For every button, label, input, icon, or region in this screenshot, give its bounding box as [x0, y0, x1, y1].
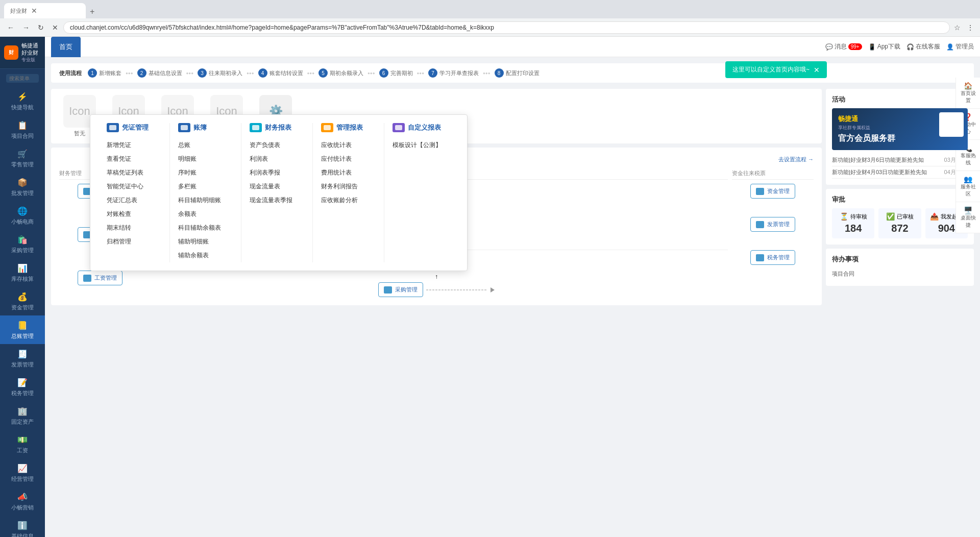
- menu-archive[interactable]: 归档管理: [107, 235, 161, 249]
- sidebar-item-tax[interactable]: 📝 税务管理: [0, 373, 45, 401]
- menu-reconcile[interactable]: 对账检查: [107, 207, 161, 221]
- step-8[interactable]: 8 配置打印设置: [495, 68, 540, 78]
- menu-balance-table[interactable]: 余额表: [178, 207, 233, 221]
- menu-payable-stats[interactable]: 应付统计表: [321, 152, 376, 166]
- service-community-btn[interactable]: 👥 服务社区: [956, 171, 980, 202]
- flow-box-payroll[interactable]: 工资管理: [78, 271, 122, 285]
- goto-flow-btn[interactable]: 去设置流程 →: [778, 156, 814, 163]
- back-btn[interactable]: ←: [4, 21, 17, 34]
- approval-stat-pending[interactable]: ⏳ 待审核 184: [832, 208, 874, 238]
- browser-bookmark-btn[interactable]: ☆: [952, 21, 963, 34]
- menu-view-voucher[interactable]: 查看凭证: [107, 152, 161, 166]
- menu-period-end[interactable]: 期末结转: [107, 221, 161, 235]
- header-right: 💬 消息 99+ 📱 App下载 🎧 在线客服 👤 管理员: [825, 42, 974, 51]
- news-text-1: 新功能|好业财3月6日功能更新抢先知: [832, 156, 924, 164]
- menu-aux-detail[interactable]: 辅助明细账: [178, 235, 233, 249]
- step-5[interactable]: 5 期初余额录入: [318, 68, 363, 78]
- ledger-title: 账簿: [193, 123, 207, 132]
- address-bar[interactable]: [63, 21, 950, 34]
- sidebar-item-search[interactable]: [0, 69, 45, 87]
- step-4-num: 4: [258, 68, 267, 78]
- browser-tab[interactable]: 好业财 ✕: [4, 3, 86, 18]
- news-list: 新功能|好业财3月6日功能更新抢先知 03月06日 新功能|好业财4月03日功能…: [832, 154, 968, 179]
- step-2[interactable]: 2 基础信息设置: [137, 68, 182, 78]
- todo-item-project[interactable]: 项目合同: [832, 268, 968, 280]
- sidebar-item-finance-label: 资金管理: [11, 304, 34, 311]
- menu-general-ledger[interactable]: 总账: [178, 138, 233, 152]
- step-1[interactable]: 1 新增账套: [88, 68, 121, 78]
- approval-stat-done[interactable]: ✅ 已审核 872: [878, 208, 921, 238]
- step-7[interactable]: 7 学习开单查报表: [428, 68, 479, 78]
- menu-draft-voucher[interactable]: 草稿凭证列表: [107, 166, 161, 180]
- menu-expense-stats[interactable]: 费用统计表: [321, 166, 376, 180]
- menu-sequence-ledger[interactable]: 序时账: [178, 166, 233, 180]
- sidebar-item-retail[interactable]: 🛒 零售管理: [0, 144, 45, 173]
- menu-multi-col-ledger[interactable]: 多栏账: [178, 180, 233, 193]
- financial-section-header: 财务报表: [250, 123, 304, 132]
- sidebar-item-basic[interactable]: ℹ️ 基础信息: [0, 516, 45, 537]
- menu-new-voucher[interactable]: 新增凭证: [107, 138, 161, 152]
- browser-menu-btn[interactable]: ⋮: [965, 21, 976, 34]
- app-download-btn[interactable]: 📱 App下载: [868, 42, 900, 51]
- news-item-2[interactable]: 新功能|好业财4月03日功能更新抢先知 04月03日: [832, 166, 968, 179]
- menu-balance-sheet[interactable]: 资产负债表: [250, 138, 304, 152]
- sidebar-item-ops[interactable]: 📈 经营管理: [0, 458, 45, 487]
- tab-close-btn[interactable]: ✕: [31, 7, 37, 15]
- flow-box-purchase[interactable]: 采购管理: [378, 282, 423, 297]
- sidebar-item-wholesale[interactable]: 📦 批发管理: [0, 173, 45, 201]
- approval-title: 审批: [832, 195, 968, 204]
- menu-voucher-summary[interactable]: 凭证汇总表: [107, 193, 161, 207]
- sidebar-item-ecommerce[interactable]: 🌐 小畅电商: [0, 201, 45, 230]
- menu-subject-balance[interactable]: 科目辅助余额表: [178, 221, 233, 235]
- menu-profit-report[interactable]: 财务利润报告: [321, 180, 376, 193]
- sidebar-item-finance[interactable]: 💰 资金管理: [0, 287, 45, 315]
- sidebar-item-marketing[interactable]: 📣 小畅营销: [0, 487, 45, 516]
- financial-title: 财务报表: [265, 123, 291, 132]
- sidebar-item-assets[interactable]: 🏢 固定资产: [0, 401, 45, 430]
- sidebar-item-accounting[interactable]: 📒 总账管理: [0, 315, 45, 344]
- menu-ar-aging[interactable]: 应收账龄分析: [321, 193, 376, 207]
- home-tab[interactable]: 首页: [51, 37, 81, 57]
- sidebar-item-purchase[interactable]: 🛍️ 采购管理: [0, 230, 45, 258]
- menu-receivable-stats[interactable]: 应收统计表: [321, 138, 376, 152]
- forward-btn[interactable]: →: [19, 21, 33, 34]
- flow-box-tax-mgmt[interactable]: 税务管理: [750, 250, 795, 265]
- notify-close-btn[interactable]: ✕: [814, 66, 820, 74]
- dropdown-section-ledger: 账簿 总账 明细账 序时账 多栏账 科目辅助明细账 余额表 科目辅助余额表 辅助…: [170, 123, 241, 262]
- step-6[interactable]: 6 完善期初: [379, 68, 413, 78]
- sidebar-item-invoice[interactable]: 🧾 发票管理: [0, 344, 45, 373]
- online-service-btn[interactable]: 🎧 在线客服: [906, 42, 940, 51]
- step-3[interactable]: 3 往来期初录入: [198, 68, 242, 78]
- purchase-row: 采购管理: [145, 282, 728, 297]
- flow-box-invoice-mgmt[interactable]: 发票管理: [750, 217, 795, 232]
- menu-cashflow-quarterly[interactable]: 现金流量表季报: [250, 193, 304, 207]
- desktop-quick-btn[interactable]: 🖥️ 桌面快捷: [956, 202, 980, 233]
- menu-income-quarterly[interactable]: 利润表季报: [250, 166, 304, 180]
- sidebar-item-quick-nav[interactable]: ⚡ 快捷导航: [0, 87, 45, 115]
- menu-income-statement[interactable]: 利润表: [250, 152, 304, 166]
- delete-cache-btn[interactable]: ✕: [49, 21, 61, 34]
- flow-box-capital[interactable]: 资金管理: [750, 184, 795, 199]
- message-btn[interactable]: 💬 消息 99+: [825, 42, 862, 51]
- user-avatar[interactable]: 👤 管理员: [946, 42, 974, 51]
- new-tab-btn[interactable]: +: [86, 5, 99, 18]
- sidebar-item-project[interactable]: 📋 项目合同: [0, 115, 45, 144]
- news-item-1[interactable]: 新功能|好业财3月6日功能更新抢先知 03月06日: [832, 154, 968, 166]
- menu-subject-detail[interactable]: 科目辅助明细账: [178, 193, 233, 207]
- pending-icon-row: ⏳ 待审核: [836, 212, 870, 221]
- reload-btn[interactable]: ↻: [35, 21, 47, 34]
- sidebar-item-inventory[interactable]: 📊 库存核算: [0, 258, 45, 287]
- step-dot-4: ●●●: [307, 71, 315, 76]
- tab-bar: 好业财 ✕ +: [4, 0, 99, 18]
- menu-cashflow[interactable]: 现金流量表: [250, 180, 304, 193]
- home-settings-label: 首页设置: [959, 90, 977, 104]
- mgmt-section-header: 管理报表: [321, 123, 376, 132]
- home-settings-btn[interactable]: 🏠 首页设置: [956, 78, 980, 109]
- sidebar-item-payroll[interactable]: 💵 工资: [0, 430, 45, 458]
- menu-aux-balance[interactable]: 辅助余额表: [178, 249, 233, 262]
- sidebar-search-input[interactable]: [6, 74, 39, 83]
- step-4[interactable]: 4 账套结转设置: [258, 68, 303, 78]
- menu-template-design[interactable]: 模板设计【公测】: [393, 138, 448, 152]
- menu-smart-voucher[interactable]: 智能凭证中心: [107, 180, 161, 193]
- menu-detail-ledger[interactable]: 明细账: [178, 152, 233, 166]
